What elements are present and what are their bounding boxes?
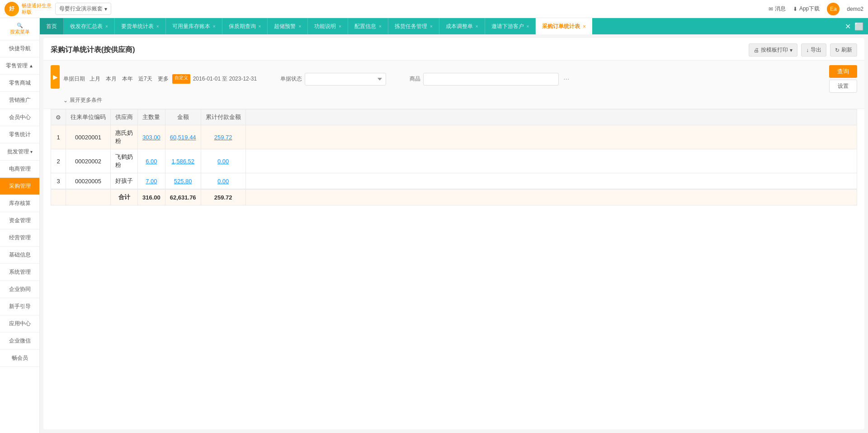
shortcut-this-month[interactable]: 本月 [104, 74, 118, 84]
tab-receive-summary[interactable]: 收发存汇总表 × [64, 18, 115, 34]
sidebar-item-marketing[interactable]: 营销推广 [0, 92, 39, 109]
th-code: 往来单位编码 [66, 109, 111, 125]
chevron-icon: ▲ [29, 63, 33, 68]
cell-supplier: 好孩子 [111, 173, 138, 190]
refresh-btn[interactable]: ↻ 刷新 [830, 43, 857, 57]
custom-badge: 自定义 [172, 74, 190, 84]
tab-close-icon[interactable]: × [213, 24, 216, 29]
cell-no: 2 [51, 149, 66, 173]
chevron-down-icon: ▾ [104, 6, 107, 12]
sidebar-item-quick-nav[interactable]: 快捷导航 [0, 40, 39, 57]
tab-expiry-query[interactable]: 保质期查询 × [222, 18, 268, 34]
tab-invite-downstream[interactable]: 邀请下游客户 × [485, 18, 536, 34]
th-supplier: 供应商 [111, 109, 138, 125]
footer-empty-1 [51, 189, 66, 205]
status-select[interactable] [305, 73, 386, 86]
sidebar-item-new-guide[interactable]: 新手引导 [0, 298, 39, 315]
sidebar-item-ecommerce[interactable]: 电商管理 [0, 161, 39, 178]
export-btn[interactable]: ↓ 导出 [801, 43, 826, 57]
sidebar-item-app-center[interactable]: 应用中心 [0, 315, 39, 333]
cell-qty[interactable]: 6.00 [138, 149, 165, 173]
shortcut-prev-month[interactable]: 上月 [88, 74, 102, 84]
print-icon: 🖨 [754, 47, 759, 53]
sidebar-item-finance[interactable]: 资金管理 [0, 212, 39, 229]
tab-home[interactable]: 首页 [40, 18, 64, 34]
message-icon: ✉ [769, 6, 773, 12]
cell-empty [245, 173, 857, 190]
sidebar-item-enterprise[interactable]: 企业协同 [0, 281, 39, 298]
sidebar-item-member[interactable]: 会员中心 [0, 109, 39, 126]
tab-close-all-icon[interactable]: ✕ [845, 22, 851, 31]
footer-paid: 259.72 [201, 189, 245, 205]
tab-close-icon[interactable]: × [105, 24, 108, 29]
tab-func-desc[interactable]: 功能说明 × [308, 18, 348, 34]
tab-close-icon[interactable]: × [339, 24, 341, 29]
settings-btn[interactable]: 设置 [829, 80, 857, 93]
top-bar: 好 畅捷通好生意 标版 母婴行业演示账套 ▾ ✉ 消息 ⬇ App下载 Ea d… [0, 0, 868, 18]
goods-input[interactable] [423, 73, 559, 86]
sidebar-item-sys-mgmt[interactable]: 系统管理 [0, 264, 39, 281]
workspace-selector[interactable]: 母婴行业演示账套 ▾ [55, 3, 111, 15]
export-icon: ↓ [806, 47, 809, 53]
tab-close-icon[interactable]: × [583, 24, 585, 29]
logo-text: 畅捷通好生意 标版 [22, 3, 52, 14]
top-bar-right: ✉ 消息 ⬇ App下载 Ea demo2 [769, 3, 863, 15]
print-btn[interactable]: 🖨 按模板打印 ▾ [749, 43, 797, 57]
query-btn[interactable]: 查询 [829, 65, 857, 78]
tab-close-icon[interactable]: × [379, 24, 382, 29]
cell-amount[interactable]: 1,586.52 [165, 149, 201, 173]
shortcut-7days[interactable]: 近7天 [137, 74, 154, 84]
cell-code: 00020005 [66, 173, 111, 190]
date-shortcuts: 上月 本月 本年 近7天 更多 自定义 [88, 74, 190, 84]
tab-close-icon[interactable]: × [430, 24, 433, 29]
tab-close-icon[interactable]: × [156, 24, 159, 29]
app-download-btn[interactable]: ⬇ App下载 [793, 5, 820, 13]
tab-close-icon[interactable]: × [259, 24, 261, 29]
cell-paid[interactable]: 0.00 [201, 149, 245, 173]
sidebar-item-retail-mgmt[interactable]: 零售管理 ▲ [0, 57, 39, 75]
tab-close-icon[interactable]: × [298, 24, 301, 29]
sidebar-item-member2[interactable]: 畅会员 [0, 350, 39, 367]
sidebar-item-purchase[interactable]: 采购管理 [0, 178, 39, 195]
cell-amount[interactable]: 525.80 [165, 173, 201, 190]
cell-qty[interactable]: 7.00 [138, 173, 165, 190]
toggle-more-conditions[interactable]: ⌄ 展开更多条件 [63, 96, 857, 104]
tab-pick-task[interactable]: 拣货任务管理 × [388, 18, 439, 34]
sidebar-item-ops[interactable]: 经营管理 [0, 229, 39, 247]
tab-cost-adjust[interactable]: 成本调整单 × [439, 18, 485, 34]
shortcut-this-year[interactable]: 本年 [120, 74, 135, 84]
cell-qty[interactable]: 303.00 [138, 125, 165, 149]
sidebar-item-inventory[interactable]: 库存核算 [0, 195, 39, 212]
cell-supplier: 飞鹤奶粉 [111, 149, 138, 173]
tab-maximize-icon[interactable]: ⬜ [854, 22, 863, 31]
tab-close-icon[interactable]: × [527, 24, 529, 29]
tab-overstock[interactable]: 超储预警 × [268, 18, 308, 34]
cell-amount[interactable]: 60,519.44 [165, 125, 201, 149]
cell-paid[interactable]: 0.00 [201, 173, 245, 190]
tab-purchase-stats[interactable]: 要货单统计表 × [115, 18, 166, 34]
tab-bar-actions: ✕ ⬜ [840, 22, 868, 31]
tab-close-icon[interactable]: × [476, 24, 478, 29]
sidebar-item-search[interactable]: 🔍 搜索菜单 [0, 18, 39, 40]
user-avatar[interactable]: Ea [827, 3, 840, 15]
goods-more-btn[interactable]: ··· [561, 75, 571, 83]
sidebar-item-retail-stat[interactable]: 零售统计 [0, 126, 39, 143]
table-area: ⚙ 往来单位编码 供应商 主数量 [43, 109, 864, 429]
sidebar-item-retail-shop[interactable]: 零售商城 [0, 75, 39, 92]
th-gear[interactable]: ⚙ [51, 109, 66, 125]
shortcut-more[interactable]: 更多 [156, 74, 170, 84]
refresh-icon: ↻ [835, 47, 840, 53]
tab-available-inv[interactable]: 可用量库存账本 × [166, 18, 222, 34]
tab-config-info[interactable]: 配置信息 × [348, 18, 388, 34]
footer-empty-2 [66, 189, 111, 205]
footer-empty-3 [245, 189, 857, 205]
sidebar-item-wechat[interactable]: 企业微信 [0, 333, 39, 350]
cell-paid[interactable]: 259.72 [201, 125, 245, 149]
sidebar-item-wholesale[interactable]: 批发管理 ▾ [0, 143, 39, 161]
th-amount: 金额 [165, 109, 201, 125]
collapse-filter-btn[interactable]: ▶ [51, 65, 60, 89]
tab-purchase-order-stats[interactable]: 采购订单统计表 × [536, 18, 592, 34]
message-btn[interactable]: ✉ 消息 [769, 5, 786, 13]
filter-action-group: 查询 设置 [829, 65, 857, 93]
sidebar-item-basic-info[interactable]: 基础信息 [0, 247, 39, 264]
